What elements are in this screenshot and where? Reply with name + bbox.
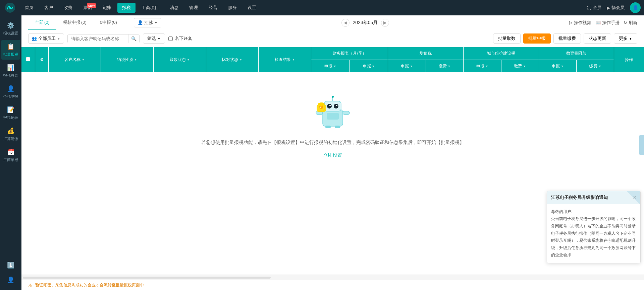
tab-zero-report[interactable]: 0申报(0) [93,15,124,30]
th-education-tax: 教育费附加 [539,47,614,60]
tax-record-icon: 📝 [7,106,15,114]
select-all-checkbox[interactable] [26,57,30,61]
svg-point-1 [9,7,11,9]
prev-month-btn[interactable]: ◀ [341,19,350,27]
th-city-report: 申报 [464,60,501,73]
nav-manage[interactable]: 管理 [184,3,203,13]
membership-icon: ▶ [607,5,610,10]
nav-fees[interactable]: 收费 [59,3,77,13]
th-financial-report: 财务报表（月/季） [311,47,388,60]
nav-home[interactable]: 首页 [20,3,38,13]
new-badge: NEW [87,3,96,8]
filter-button[interactable]: 筛选 ▼ [143,33,165,44]
top-right-actions-row: ▷ 操作视频 📖 操作手册 ↻ 刷新 [569,20,637,26]
nav-bizproject[interactable]: 工商项目 [137,3,164,13]
nav-operation[interactable]: 经营 [204,3,222,13]
status-text: 验证账密、采集信息均成功的企业才会流转至批量报税页面中 [35,282,144,288]
nav-settings[interactable]: 设置 [243,3,261,13]
th-gear[interactable]: ⚙ [35,47,48,72]
download-icon: ⬇️ [7,261,15,269]
more-chevron-icon: ▼ [629,37,632,41]
svg-text:¥: ¥ [320,106,322,109]
membership-btn[interactable]: ▶ 畅会员 [607,5,625,11]
sidebar-item-download[interactable]: ⬇️ [1,259,20,272]
notification-title: 江苏电子税务局升级影响通知 [551,195,608,201]
th-vat-pay: 缴费 [426,60,463,73]
th-checkbox [21,47,35,72]
fullscreen-icon: ⛶ [587,5,591,10]
settlement-icon: 💰 [7,127,15,135]
nav-tax[interactable]: 报税 [117,3,136,13]
tab-tax-report[interactable]: 税款申报(0) [56,15,93,30]
operation-video-btn[interactable]: ▷ 操作视频 [569,20,591,26]
nav-bookkeeping[interactable]: 记账 [98,3,116,13]
empty-robot-illustration: ¥ [313,93,353,133]
search-button[interactable]: 🔍 [128,34,139,43]
svg-point-9 [332,96,334,98]
next-month-btn[interactable]: ▶ [381,19,389,27]
sidebar-item-tax-overview[interactable]: 📊 报税总览 [1,61,20,81]
checkbox-label-accounts[interactable]: 名下账套 [168,35,192,42]
top-navigation: 首页 客户 收费 票据 NEW 记账 报税 工商项目 消息 管理 经营 服务 设… [0,0,644,15]
sidebar-item-tax-settings[interactable]: ⚙️ 报税设置 [1,19,20,39]
video-icon: ▷ [569,20,573,25]
batch-pay-button[interactable]: 批量缴费 [553,33,581,44]
fullscreen-btn[interactable]: ⛶ 全屏 [587,5,601,11]
notification-side-tab[interactable] [639,135,644,155]
th-city-tax: 城市维护建设税 [464,47,539,60]
batch-tax-icon: 📋 [7,43,15,51]
batch-report-button[interactable]: 批量申报 [523,33,551,44]
nav-service[interactable]: 服务 [223,3,241,13]
th-vat-report: 申报 [388,60,426,73]
user-avatar[interactable]: 👤 [630,2,641,13]
accounts-checkbox[interactable] [168,37,173,41]
tax-settings-icon: ⚙️ [7,21,15,29]
svg-point-6 [329,105,331,106]
sidebar-item-annual-report[interactable]: 📅 工商年报 [1,145,20,165]
manual-icon: 📖 [595,20,601,25]
nav-customer[interactable]: 客户 [40,3,58,13]
empty-state: ¥ 若您想使用批量报税功能，请先在【报税设置 [21,73,644,178]
th-customer-name-label: 客户名称 [64,57,85,63]
sidebar-item-user[interactable]: 👤 [1,273,20,287]
scroll-area[interactable] [21,275,644,280]
notification-popup: 江苏电子税务局升级影响通知 × 尊敬的用户: 受当前电子税务局进一步升级的影响，… [547,191,641,263]
sidebar-item-tax-record[interactable]: 📝 报税记录 [1,103,20,123]
sidebar-item-settlement[interactable]: 💰 汇算清缴 [1,124,20,144]
operation-manual-btn[interactable]: 📖 操作手册 [595,20,620,26]
data-table: ⚙ 客户名称 纳税性质 取数状态 比对状态 [21,47,644,178]
app-logo[interactable] [3,1,17,14]
th-compare-status: 比对状态 [206,47,259,72]
status-update-button[interactable]: 状态更新 [584,33,611,44]
personal-tax-icon: 👤 [7,85,15,93]
sidebar-item-batch-tax[interactable]: 📋 批量报税 [1,40,20,60]
employee-icon: 👥 [32,36,37,41]
region-selector[interactable]: 👤 江苏 ▼ [134,18,161,27]
region-icon: 👤 [138,20,143,25]
region-chevron-icon: ▼ [154,21,158,24]
employee-selector[interactable]: 👥 全部员工 ▼ [28,33,64,44]
th-tax-type: 纳税性质 [101,47,154,72]
svg-rect-18 [335,126,340,128]
batch-fetch-button[interactable]: 批量取数 [493,33,521,44]
toolbar-right: 批量取数 批量申报 批量缴费 状态更新 更多 ▼ [493,33,637,44]
svg-point-15 [318,102,325,106]
th-customer-name: 客户名称 [48,47,101,72]
svg-point-7 [336,105,337,106]
user-icon: 👤 [7,276,15,284]
svg-rect-17 [325,126,331,128]
th-vat: 增值税 [388,47,464,60]
tabs-date-row: 全部(0) 税款申报(0) 0申报(0) 👤 江苏 ▼ ◀ 2023年05月 ▶… [21,15,644,30]
th-fin-report: 申报 [311,60,350,73]
search-input[interactable] [68,34,128,43]
tab-all[interactable]: 全部(0) [28,15,56,30]
nav-invoice[interactable]: 票据 NEW [78,3,97,13]
refresh-btn[interactable]: ↻ 刷新 [624,20,637,26]
setup-link[interactable]: 立即设置 [323,152,342,158]
more-button[interactable]: 更多 ▼ [614,33,637,44]
th-edu-pay: 缴费 [577,60,614,73]
sidebar-item-personal-tax[interactable]: 👤 个税申报 [1,82,20,102]
nav-message[interactable]: 消息 [165,3,183,13]
sidebar: ⚙️ 报税设置 📋 批量报税 📊 报税总览 👤 个税申报 📝 报税记录 💰 汇算… [0,15,21,290]
horizontal-scrollbar[interactable] [23,277,271,279]
